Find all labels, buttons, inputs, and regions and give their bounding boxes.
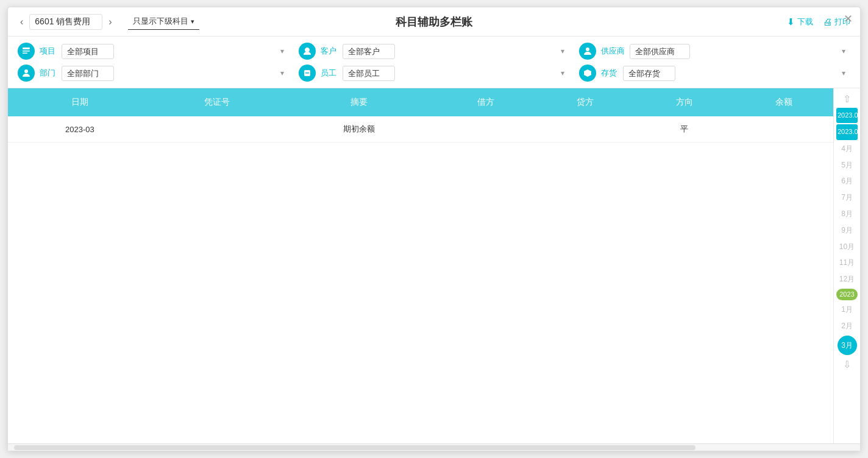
cell-direction: 平 <box>635 116 734 143</box>
department-icon <box>18 65 35 82</box>
inventory-select[interactable]: 全部存货 <box>623 66 675 81</box>
inventory-select-wrapper: 全部存货 <box>623 66 850 81</box>
cell-date: 2023-03 <box>8 116 152 143</box>
employee-filter-row: 员工 全部员工 <box>299 65 570 82</box>
employee-label: 员工 <box>321 68 338 79</box>
filter-area: 项目 全部项目 客户 全部客户 <box>8 37 860 88</box>
employee-icon <box>299 65 316 82</box>
ledger-table: 日期 凭证号 摘要 借方 贷方 方向 余额 2023-03 期初余额 <box>8 88 833 143</box>
timeline-panel: ⇧ 2023.03 2023.03 4月 5月 6月 7月 8月 9月 10月 … <box>833 88 860 443</box>
employee-select-wrapper: 全部员工 <box>343 66 570 81</box>
show-sub-button[interactable]: 只显示下级科目 ▾ <box>128 13 199 30</box>
svg-point-4 <box>24 69 28 73</box>
customer-select[interactable]: 全部客户 <box>343 44 395 59</box>
project-select-wrapper: 全部项目 <box>62 44 289 59</box>
timeline-month-1[interactable]: 1月 <box>834 301 860 318</box>
timeline-month-7[interactable]: 7月 <box>834 189 860 206</box>
account-code: 6601 销售费用 <box>29 14 102 30</box>
svg-point-3 <box>586 48 589 51</box>
cell-debit <box>436 116 535 143</box>
table-header-row: 日期 凭证号 摘要 借方 贷方 方向 余额 <box>8 88 833 116</box>
prev-account-button[interactable]: ‹ <box>18 15 26 29</box>
modal-title: 科目辅助多栏账 <box>396 15 472 29</box>
timeline-month-5[interactable]: 5月 <box>834 157 860 174</box>
cell-credit <box>535 116 635 143</box>
table-container: 日期 凭证号 摘要 借方 贷方 方向 余额 2023-03 期初余额 <box>8 88 833 443</box>
horizontal-scrollbar[interactable] <box>8 443 860 451</box>
supplier-icon <box>579 43 596 60</box>
supplier-label: 供应商 <box>601 46 625 57</box>
nav-area: ‹ 6601 销售费用 › 只显示下级科目 ▾ <box>18 13 199 30</box>
supplier-select-wrapper: 全部供应商 <box>630 44 850 59</box>
col-direction: 方向 <box>635 88 734 116</box>
timeline-month-6[interactable]: 6月 <box>834 173 860 189</box>
project-select[interactable]: 全部项目 <box>62 44 114 59</box>
project-filter-row: 项目 全部项目 <box>18 43 289 60</box>
table-area: 日期 凭证号 摘要 借方 贷方 方向 余额 2023-03 期初余额 <box>8 88 860 443</box>
col-debit: 借方 <box>436 88 535 116</box>
download-icon: ⬇ <box>787 16 795 27</box>
customer-icon <box>299 43 316 60</box>
main-modal: ‹ 6601 销售费用 › 只显示下级科目 ▾ 科目辅助多栏账 ⬇ 下载 🖨 打… <box>7 7 861 451</box>
department-filter-row: 部门 全部部门 <box>18 65 289 82</box>
timeline-month-3-active[interactable]: 3月 <box>838 336 857 355</box>
inventory-icon <box>579 65 596 82</box>
close-button[interactable]: ✕ <box>844 12 853 26</box>
timeline-month-10[interactable]: 10月 <box>834 239 860 255</box>
col-credit: 贷方 <box>535 88 635 116</box>
svg-rect-6 <box>305 72 309 74</box>
scrollbar-track <box>14 445 695 450</box>
timeline-month-2023-03-current[interactable]: 2023.03 <box>836 124 858 139</box>
project-label: 项目 <box>40 46 57 57</box>
department-select[interactable]: 全部部门 <box>62 66 114 81</box>
customer-select-wrapper: 全部客户 <box>343 44 570 59</box>
timeline-month-9[interactable]: 9月 <box>834 222 860 239</box>
col-balance: 余额 <box>734 88 833 116</box>
table-row: 2023-03 期初余额 平 <box>8 116 833 143</box>
show-sub-label: 只显示下级科目 <box>133 16 188 27</box>
timeline-month-11[interactable]: 11月 <box>834 255 860 271</box>
cell-summary: 期初余额 <box>283 116 436 143</box>
print-icon: 🖨 <box>823 16 832 27</box>
timeline-month-4[interactable]: 4月 <box>834 141 860 157</box>
col-voucher: 凭证号 <box>152 88 283 116</box>
timeline-up-button[interactable]: ⇧ <box>834 91 860 107</box>
customer-label: 客户 <box>321 46 338 57</box>
inventory-filter-row: 存货 全部存货 <box>579 65 850 82</box>
timeline-month-12[interactable]: 12月 <box>834 271 860 287</box>
timeline-month-2023-03-top[interactable]: 2023.03 <box>836 108 858 123</box>
timeline-year-badge: 2023 <box>836 289 858 300</box>
inventory-label: 存货 <box>601 68 618 79</box>
department-select-wrapper: 全部部门 <box>62 66 289 81</box>
supplier-filter-row: 供应商 全部供应商 <box>579 43 850 60</box>
department-label: 部门 <box>40 68 57 79</box>
modal-header: ‹ 6601 销售费用 › 只显示下级科目 ▾ 科目辅助多栏账 ⬇ 下载 🖨 打… <box>8 7 860 37</box>
cell-balance <box>734 116 833 143</box>
download-button[interactable]: ⬇ 下载 <box>787 16 813 27</box>
svg-rect-2 <box>23 53 27 54</box>
timeline-month-2[interactable]: 2月 <box>834 318 860 334</box>
svg-rect-0 <box>23 48 30 49</box>
customer-filter-row: 客户 全部客户 <box>299 43 570 60</box>
chevron-down-icon: ▾ <box>191 18 194 26</box>
cell-voucher <box>152 116 283 143</box>
supplier-select[interactable]: 全部供应商 <box>630 44 690 59</box>
project-icon <box>18 43 35 60</box>
col-date: 日期 <box>8 88 152 116</box>
svg-rect-1 <box>23 51 30 52</box>
timeline-down-button[interactable]: ⇩ <box>834 356 860 373</box>
timeline-month-8[interactable]: 8月 <box>834 206 860 222</box>
next-account-button[interactable]: › <box>106 15 114 29</box>
col-summary: 摘要 <box>283 88 436 116</box>
employee-select[interactable]: 全部员工 <box>343 66 395 81</box>
download-label: 下载 <box>797 16 813 27</box>
header-actions: ⬇ 下载 🖨 打印 ✕ <box>787 16 850 27</box>
